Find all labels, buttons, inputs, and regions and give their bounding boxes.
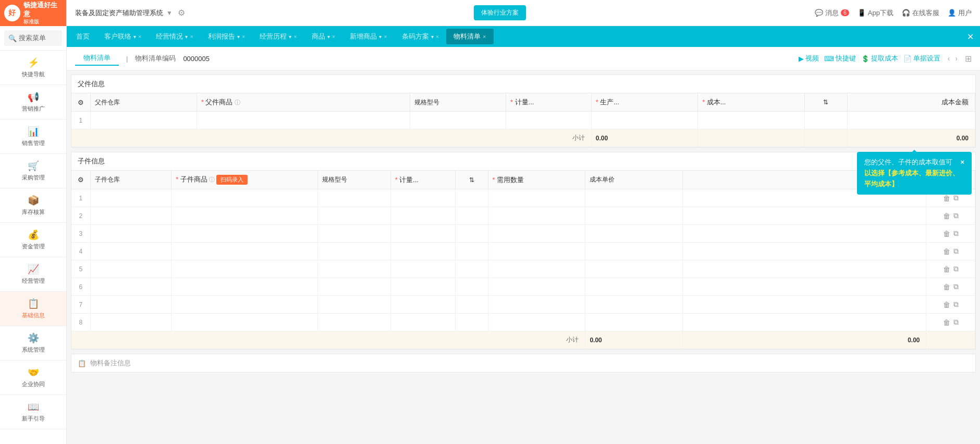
app-download-action[interactable]: 📱 App下载 — [858, 8, 893, 18]
child-unit-cell[interactable] — [390, 189, 456, 207]
sidebar-item-guide[interactable]: 📖 新手引导 — [0, 395, 66, 429]
online-service-action[interactable]: 🎧 在线客服 — [902, 8, 939, 18]
message-action[interactable]: 💬 消息 6 — [815, 8, 849, 18]
child-unit-cost-cell[interactable] — [585, 243, 683, 260]
child-goods-cell[interactable] — [172, 260, 317, 278]
copy-icon[interactable]: ⧉ — [953, 282, 959, 291]
delete-icon[interactable]: 🗑 — [943, 301, 950, 309]
col-settings-child[interactable]: ⚙ — [71, 171, 90, 189]
child-warehouse-cell[interactable] — [90, 207, 172, 225]
delete-icon[interactable]: 🗑 — [943, 230, 950, 238]
child-goods-cell[interactable] — [172, 314, 317, 331]
tab-customer[interactable]: 客户联络 ▾ × — [97, 29, 149, 44]
tab-bom[interactable]: 物料清单 × — [446, 29, 493, 44]
child-warehouse-cell[interactable] — [90, 243, 172, 260]
copy-icon[interactable]: ⧉ — [953, 247, 959, 256]
child-qty-cell[interactable] — [488, 225, 585, 243]
child-goods-cell[interactable] — [172, 207, 317, 225]
sidebar-item-operations[interactable]: 📈 经营管理 — [0, 257, 66, 292]
sidebar-item-marketing[interactable]: 📢 营销推广 — [0, 85, 66, 119]
sidebar-item-basic-info[interactable]: 📋 基础信息 — [0, 292, 66, 326]
parent-production-cell[interactable] — [591, 112, 698, 129]
child-goods-cell[interactable] — [172, 296, 317, 314]
child-spec-cell[interactable] — [317, 278, 390, 296]
child-spec-cell[interactable] — [317, 296, 390, 314]
child-unit-cell[interactable] — [390, 260, 456, 278]
copy-icon[interactable]: ⧉ — [953, 194, 959, 202]
tab-profit[interactable]: 利润报告 ▾ × — [201, 29, 252, 44]
child-goods-cell[interactable] — [172, 189, 317, 207]
child-warehouse-cell[interactable] — [90, 189, 172, 207]
sidebar-item-finance[interactable]: 💰 资金管理 — [0, 223, 66, 257]
sidebar-item-quick-nav[interactable]: ⚡ 快捷导航 — [0, 51, 66, 85]
child-goods-cell[interactable] — [172, 243, 317, 260]
shortcut-button[interactable]: ⌨ 快捷键 — [824, 54, 856, 63]
sidebar-item-purchase[interactable]: 🛒 采购管理 — [0, 154, 66, 188]
child-spec-cell[interactable] — [317, 189, 390, 207]
tooltip-close-button[interactable]: × — [960, 157, 964, 168]
child-qty-cell[interactable] — [488, 278, 585, 296]
next-arrow-icon[interactable]: › — [953, 53, 960, 64]
child-warehouse-cell[interactable] — [90, 314, 172, 331]
child-unit-cell[interactable] — [390, 278, 456, 296]
tab-home[interactable]: 首页 — [69, 29, 97, 44]
tab-close-icon[interactable]: × — [242, 33, 245, 40]
child-goods-cell[interactable] — [172, 278, 317, 296]
tab-journey[interactable]: 经营历程 ▾ × — [252, 29, 304, 44]
trial-button[interactable]: 体验行业方案 — [474, 5, 526, 20]
parent-warehouse-cell[interactable] — [90, 112, 197, 129]
parent-goods-cell[interactable] — [197, 112, 410, 129]
sidebar-item-enterprise[interactable]: 🤝 企业协同 — [0, 361, 66, 395]
child-spec-cell[interactable] — [317, 243, 390, 260]
child-unit-cost-cell[interactable] — [585, 260, 683, 278]
child-unit-cell[interactable] — [390, 296, 456, 314]
child-unit-cost-cell[interactable] — [585, 278, 683, 296]
tab-new-goods[interactable]: 新增商品 ▾ × — [342, 29, 394, 44]
delete-icon[interactable]: 🗑 — [943, 212, 950, 220]
tab-close-icon[interactable]: × — [436, 33, 439, 40]
copy-icon[interactable]: ⧉ — [953, 229, 959, 238]
child-goods-cell[interactable] — [172, 225, 317, 243]
child-unit-cost-cell[interactable] — [585, 207, 683, 225]
child-spec-cell[interactable] — [317, 314, 390, 331]
parent-cost-cell[interactable] — [698, 112, 805, 129]
sidebar-item-system[interactable]: ⚙️ 系统管理 — [0, 326, 66, 361]
child-unit-cost-cell[interactable] — [585, 225, 683, 243]
tab-close-icon[interactable]: × — [384, 33, 387, 40]
delete-icon[interactable]: 🗑 — [943, 265, 950, 273]
extract-cost-button[interactable]: 💲 提取成本 — [861, 54, 898, 63]
child-spec-cell[interactable] — [317, 225, 390, 243]
child-unit-cell[interactable] — [390, 225, 456, 243]
tab-barcode[interactable]: 条码方案 ▾ × — [395, 29, 446, 44]
child-qty-cell[interactable] — [488, 296, 585, 314]
user-action[interactable]: 👤 用户 — [948, 8, 972, 18]
child-qty-cell[interactable] — [488, 243, 585, 260]
delete-icon[interactable]: 🗑 — [943, 318, 950, 327]
child-unit-cell[interactable] — [390, 243, 456, 260]
tab-close-icon[interactable]: × — [483, 33, 486, 40]
tab-close-icon[interactable]: × — [138, 33, 141, 40]
grid-view-icon[interactable]: ⊞ — [965, 54, 972, 64]
child-warehouse-cell[interactable] — [90, 296, 172, 314]
parent-spec-cell[interactable] — [410, 112, 506, 129]
tab-close-icon[interactable]: × — [293, 33, 297, 40]
child-warehouse-cell[interactable] — [90, 225, 172, 243]
child-qty-cell[interactable] — [488, 207, 585, 225]
child-unit-cost-cell[interactable] — [585, 296, 683, 314]
tab-close-icon[interactable]: × — [190, 33, 193, 40]
sidebar-item-inventory[interactable]: 📦 库存核算 — [0, 188, 66, 223]
tab-close-icon[interactable]: × — [332, 33, 335, 40]
sub-tab-bom-list[interactable]: 物料清单 — [75, 51, 119, 66]
prev-arrow-icon[interactable]: ‹ — [946, 53, 952, 64]
child-spec-cell[interactable] — [317, 207, 390, 225]
child-qty-cell[interactable] — [488, 189, 585, 207]
tab-goods[interactable]: 商品 ▾ × — [304, 29, 342, 44]
search-menu-button[interactable]: 🔍 搜索菜单 — [4, 30, 62, 46]
tab-operations-status[interactable]: 经营情况 ▾ × — [149, 29, 200, 44]
close-all-icon[interactable]: ✕ — [967, 32, 974, 42]
child-unit-cost-cell[interactable] — [585, 189, 683, 207]
col-settings-parent[interactable]: ⚙ — [71, 93, 90, 112]
delete-icon[interactable]: 🗑 — [943, 247, 950, 256]
parent-unit-cell[interactable] — [506, 112, 592, 129]
copy-icon[interactable]: ⧉ — [953, 211, 959, 220]
